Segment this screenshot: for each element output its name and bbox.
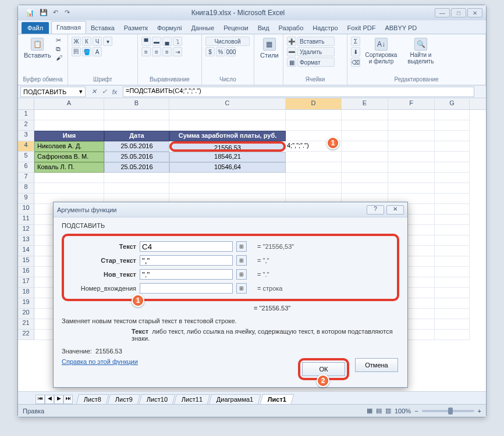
cell[interactable] xyxy=(435,120,470,131)
tab-pagelayout[interactable]: Разметк xyxy=(119,22,152,34)
cell[interactable] xyxy=(388,173,435,183)
cell[interactable] xyxy=(435,309,470,319)
comma-icon[interactable]: 000 xyxy=(226,47,236,56)
cell[interactable]: Дата xyxy=(104,131,169,141)
align-center-icon[interactable]: ≡ xyxy=(152,47,161,56)
cell[interactable] xyxy=(342,110,388,120)
cell[interactable] xyxy=(435,131,470,141)
arg-ref-button-text[interactable]: ⊞ xyxy=(236,241,247,252)
cell[interactable] xyxy=(435,215,470,225)
cell[interactable] xyxy=(104,173,169,183)
row-header[interactable]: 10 xyxy=(18,204,34,215)
cell[interactable] xyxy=(342,141,388,152)
font-color-icon[interactable]: A xyxy=(93,47,102,56)
row-header[interactable]: 7 xyxy=(18,173,34,183)
cell[interactable]: 18546,21 xyxy=(169,152,286,162)
cell[interactable] xyxy=(435,225,470,235)
cell[interactable] xyxy=(435,183,470,194)
align-left-icon[interactable]: ≡ xyxy=(141,47,151,56)
cell[interactable] xyxy=(169,110,286,120)
col-header-b[interactable]: B xyxy=(104,98,169,109)
row-header[interactable]: 11 xyxy=(18,215,34,225)
view-pagelayout-icon[interactable]: ▤ xyxy=(376,407,382,414)
col-header-f[interactable]: F xyxy=(388,98,435,109)
cell[interactable] xyxy=(435,246,470,256)
arg-input-oldtext[interactable] xyxy=(140,255,233,266)
cell[interactable]: 25.05.2016 xyxy=(104,162,169,173)
sheet-tab-active[interactable]: Лист1 xyxy=(260,394,294,404)
cancel-formula-icon[interactable]: ✕ xyxy=(89,87,98,97)
formula-input[interactable]: =ПОДСТАВИТЬ(C4;",";".") xyxy=(123,87,474,97)
row-header[interactable]: 1 xyxy=(18,110,34,120)
name-box-dropdown-icon[interactable]: ▾ xyxy=(79,88,83,95)
save-icon[interactable]: 💾 xyxy=(39,8,48,17)
tab-file[interactable]: Файл xyxy=(22,22,49,34)
row-header[interactable]: 12 xyxy=(18,225,34,235)
cell[interactable]: 25.05.2016 xyxy=(104,152,169,162)
cell[interactable] xyxy=(388,141,435,152)
cell[interactable] xyxy=(435,330,470,340)
cell[interactable] xyxy=(342,162,388,173)
cell[interactable] xyxy=(342,131,388,141)
cell[interactable] xyxy=(286,120,342,131)
row-header[interactable]: 9 xyxy=(18,194,34,204)
help-link[interactable]: Справка по этой функции xyxy=(62,358,138,365)
row-header[interactable]: 6 xyxy=(18,162,34,173)
cell[interactable] xyxy=(435,298,470,309)
col-header-c[interactable]: C xyxy=(169,98,286,109)
cell[interactable]: Коваль Л. П. xyxy=(34,162,104,173)
fx-icon[interactable]: fx xyxy=(110,87,119,97)
cell[interactable] xyxy=(34,120,104,131)
cell[interactable] xyxy=(435,194,470,204)
arg-input-text[interactable] xyxy=(140,241,233,252)
row-header[interactable]: 4 xyxy=(18,141,34,152)
tab-addins[interactable]: Надстро xyxy=(308,22,342,34)
styles-button[interactable]: ▦ Стили xyxy=(258,37,281,60)
insert-cells-label[interactable]: Вставить xyxy=(297,37,335,46)
percent-icon[interactable]: % xyxy=(216,47,225,56)
orientation-icon[interactable]: ⤵ xyxy=(173,37,182,46)
cell[interactable]: 25.05.2016 xyxy=(104,141,169,152)
tab-review[interactable]: Рецензи xyxy=(219,22,253,34)
redo-icon[interactable]: ↷ xyxy=(62,8,72,17)
delete-cells-icon[interactable]: ➖ xyxy=(287,47,296,56)
bold-icon[interactable]: Ж xyxy=(72,37,81,46)
name-box[interactable]: ПОДСТАВИТЬ ▾ xyxy=(20,87,86,97)
row-header[interactable]: 18 xyxy=(18,288,34,298)
format-painter-icon[interactable]: 🖌 xyxy=(56,54,62,61)
cell[interactable] xyxy=(388,152,435,162)
sheet-nav-prev[interactable]: ◀ xyxy=(45,395,54,404)
cell[interactable] xyxy=(104,110,169,120)
underline-icon[interactable]: Ч xyxy=(93,37,102,46)
cell[interactable] xyxy=(435,162,470,173)
col-header-e[interactable]: E xyxy=(342,98,388,109)
tab-developer[interactable]: Разрабо xyxy=(274,22,308,34)
cell[interactable] xyxy=(34,110,104,120)
delete-cells-label[interactable]: Удалить xyxy=(297,47,335,56)
row-header[interactable]: 20 xyxy=(18,309,34,319)
view-pagebreak-icon[interactable]: ▥ xyxy=(385,407,391,414)
cell[interactable] xyxy=(342,152,388,162)
cell[interactable] xyxy=(286,183,342,194)
insert-cells-icon[interactable]: ➕ xyxy=(287,37,296,46)
fill-icon[interactable]: ⬇ xyxy=(351,47,360,56)
cell[interactable] xyxy=(435,141,470,152)
cell[interactable] xyxy=(286,162,342,173)
sheet-tab[interactable]: Лист9 xyxy=(108,394,141,404)
enter-formula-icon[interactable]: ✓ xyxy=(100,87,109,97)
cell[interactable] xyxy=(435,288,470,298)
tab-foxit[interactable]: Foxit PDF xyxy=(343,22,381,34)
zoom-thumb[interactable] xyxy=(448,408,453,414)
row-header[interactable]: 3 xyxy=(18,131,34,141)
cell[interactable] xyxy=(34,183,104,194)
cell[interactable] xyxy=(286,173,342,183)
border-icon[interactable]: 田 xyxy=(72,47,81,56)
cell[interactable] xyxy=(169,173,286,183)
row-header[interactable]: 8 xyxy=(18,183,34,194)
row-header[interactable]: 21 xyxy=(18,319,34,330)
sheet-nav-next[interactable]: ▶ xyxy=(54,395,63,404)
cell[interactable] xyxy=(435,267,470,277)
cell[interactable]: Николаев А. Д. xyxy=(34,141,104,152)
minimize-button[interactable]: — xyxy=(435,8,450,17)
sheet-tab[interactable]: Лист10 xyxy=(139,394,176,404)
